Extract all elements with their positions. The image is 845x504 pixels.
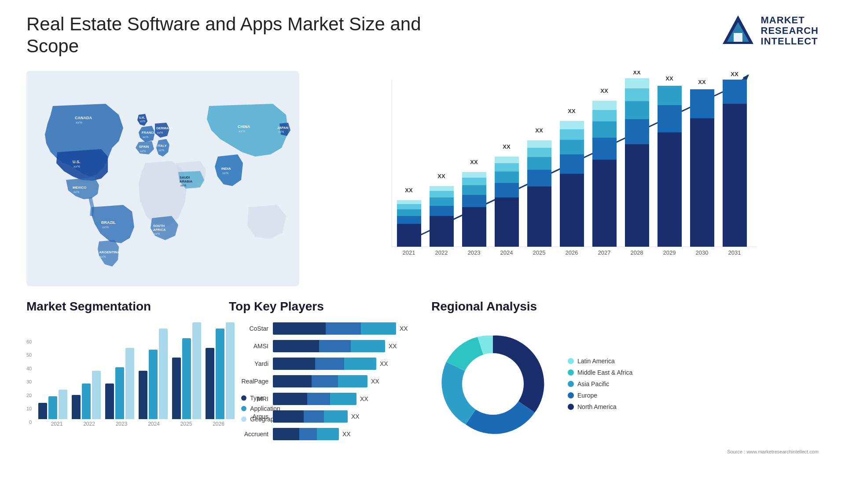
- svg-rect-44: [397, 209, 421, 216]
- label-asia-pacific: Asia Pacific: [577, 380, 609, 387]
- player-name-realpage: RealPage: [229, 378, 268, 385]
- bar-seg1-yardi: [273, 358, 315, 370]
- svg-rect-77: [560, 174, 584, 247]
- seg-bars: [38, 322, 235, 419]
- player-name-yardi: Yardi: [229, 360, 268, 367]
- svg-rect-51: [430, 197, 454, 206]
- svg-rect-87: [592, 110, 617, 121]
- bottom-grid: Market Segmentation 60 50 40 30 20 10 0: [26, 299, 819, 454]
- svg-text:XX: XX: [665, 75, 673, 82]
- page-title: Real Estate Software and Apps Market Siz…: [26, 13, 422, 58]
- svg-rect-52: [430, 191, 454, 197]
- player-bar-amsi: XX: [273, 340, 414, 352]
- svg-rect-107: [723, 104, 747, 247]
- player-value-realpage: XX: [371, 378, 379, 385]
- regional-section: Regional Analysis: [431, 299, 819, 454]
- dot-asia-pacific: [568, 381, 574, 387]
- bar-seg1-argus: [273, 410, 304, 423]
- bar-seg2-accruent: [299, 428, 317, 440]
- bar-seg2-costar: [326, 322, 361, 335]
- svg-rect-86: [592, 121, 617, 138]
- svg-rect-60: [462, 172, 486, 178]
- player-name-argus: Argus: [229, 413, 268, 420]
- bar-type-2023: [105, 383, 114, 419]
- svg-text:2023: 2023: [468, 249, 481, 256]
- svg-text:XX: XX: [600, 88, 608, 94]
- svg-text:xx%: xx%: [157, 131, 163, 134]
- legend-europe: Europe: [568, 392, 632, 399]
- svg-rect-78: [560, 154, 584, 174]
- bar-seg1-accruent: [273, 428, 299, 440]
- svg-text:SAUDI: SAUDI: [180, 175, 190, 179]
- svg-text:BRAZIL: BRAZIL: [101, 220, 116, 225]
- bar-seg3-mri: [330, 393, 356, 405]
- svg-text:xx%: xx%: [73, 164, 80, 168]
- svg-rect-64: [495, 183, 519, 197]
- bar-geo-2022: [92, 371, 101, 419]
- player-bar-realpage: XX: [273, 375, 414, 387]
- label-europe: Europe: [577, 392, 597, 399]
- bar-seg3-argus: [324, 410, 348, 423]
- svg-rect-2: [734, 33, 742, 42]
- svg-text:XX: XX: [470, 159, 478, 165]
- bar-geo-2023: [125, 348, 134, 419]
- x-label-2023: 2023: [116, 421, 128, 427]
- svg-rect-72: [527, 157, 551, 170]
- svg-rect-50: [430, 206, 454, 216]
- legend-asia-pacific: Asia Pacific: [568, 380, 632, 387]
- svg-text:2021: 2021: [403, 249, 415, 256]
- bar-seg2-realpage: [312, 375, 338, 387]
- svg-rect-104: [690, 89, 714, 118]
- svg-text:xx%: xx%: [76, 121, 82, 124]
- svg-rect-91: [625, 144, 649, 247]
- players-section: Top Key Players CoStar XX: [229, 299, 414, 454]
- dot-latin-america: [568, 358, 574, 364]
- svg-text:XX: XX: [633, 71, 641, 76]
- bar-seg3-yardi: [344, 358, 376, 370]
- svg-text:xx%: xx%: [140, 120, 146, 123]
- svg-text:xx%: xx%: [154, 232, 160, 235]
- svg-text:2029: 2029: [663, 249, 676, 256]
- bar-seg3-realpage: [338, 375, 367, 387]
- svg-rect-70: [527, 186, 551, 247]
- svg-point-111: [462, 353, 524, 415]
- bar-seg3-amsi: [351, 340, 385, 352]
- svg-rect-66: [495, 163, 519, 172]
- regional-title: Regional Analysis: [431, 299, 819, 314]
- svg-rect-98: [658, 132, 682, 247]
- svg-text:GERMANY: GERMANY: [156, 126, 173, 130]
- player-name-costar: CoStar: [229, 325, 268, 332]
- svg-rect-56: [462, 207, 486, 247]
- svg-text:xx%: xx%: [143, 135, 148, 139]
- donut-chart: [431, 322, 555, 446]
- bar-type-2026: [206, 348, 214, 419]
- svg-rect-94: [625, 88, 649, 101]
- player-row-realpage: RealPage XX: [229, 375, 414, 387]
- svg-text:SPAIN: SPAIN: [139, 145, 149, 149]
- bar-app-2025: [182, 338, 191, 419]
- svg-text:ITALY: ITALY: [158, 144, 166, 148]
- player-value-accruent: XX: [342, 431, 351, 438]
- label-middle-east: Middle East & Africa: [577, 369, 632, 376]
- svg-text:2026: 2026: [566, 249, 578, 256]
- svg-text:xx%: xx%: [278, 130, 284, 133]
- svg-rect-71: [527, 170, 551, 186]
- svg-rect-93: [625, 101, 649, 119]
- svg-text:2027: 2027: [598, 249, 611, 256]
- svg-text:CANADA: CANADA: [75, 116, 92, 120]
- svg-text:JAPAN: JAPAN: [277, 126, 288, 130]
- svg-rect-74: [527, 140, 551, 148]
- svg-text:2024: 2024: [500, 249, 513, 256]
- svg-rect-57: [462, 195, 486, 207]
- bar-geo-2024: [159, 329, 168, 419]
- svg-text:2028: 2028: [631, 249, 643, 256]
- player-bar-mri: XX: [273, 393, 414, 405]
- svg-rect-80: [560, 129, 584, 140]
- bar-geo-2025: [192, 322, 201, 419]
- legend-latin-america: Latin America: [568, 358, 632, 365]
- map-container: CANADA xx% U.S. xx% MEXICO xx% BRAZIL xx…: [26, 71, 299, 286]
- svg-text:ARABIA: ARABIA: [180, 179, 193, 183]
- segmentation-title: Market Segmentation: [26, 299, 211, 314]
- bar-seg1-realpage: [273, 375, 312, 387]
- x-label-2021: 2021: [51, 421, 63, 427]
